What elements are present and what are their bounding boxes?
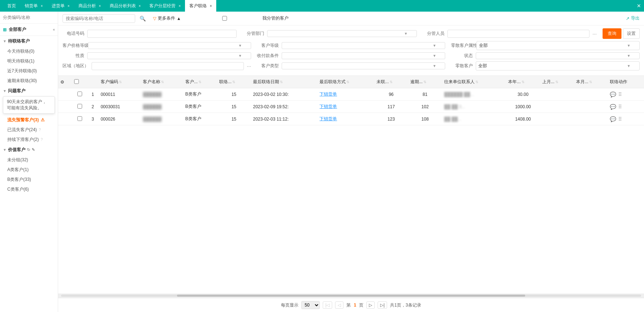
horizontal-scrollbar[interactable] — [58, 293, 644, 298]
contact-icon-2[interactable]: 💬 — [610, 116, 616, 122]
contact-icon-0[interactable]: 💬 — [610, 92, 616, 97]
phone-input[interactable] — [87, 30, 237, 38]
sidebar-item-7days[interactable]: 近7天待联络(0) — [0, 66, 58, 76]
th-settings[interactable]: ⚙ — [58, 76, 72, 88]
manager-input[interactable] — [447, 30, 590, 38]
last-method-link-0[interactable]: 下销货单 — [319, 92, 337, 97]
tab-product-list-close[interactable]: × — [139, 4, 141, 8]
last-page-btn[interactable]: ▷| — [378, 301, 387, 309]
cell-this-month-0 — [574, 88, 608, 101]
row-checkbox-0[interactable] — [77, 92, 82, 96]
sidebar-item-c-class[interactable]: C类客户(6) — [0, 185, 58, 194]
retail-attr-dropdown[interactable]: 全部 ▼ — [476, 41, 640, 50]
tab-customer-tier-close[interactable]: × — [178, 4, 181, 8]
cell-checkbox-0[interactable] — [72, 88, 87, 101]
search-icon-btn[interactable]: 🔍 — [140, 16, 146, 21]
tab-sales-close[interactable]: × — [41, 4, 43, 8]
refresh-icon[interactable]: ↻ — [27, 147, 30, 152]
th-code[interactable]: 客户编码 ⇅ — [98, 76, 141, 88]
th-this-month[interactable]: 本月... ⇅ — [574, 76, 608, 88]
query-btn[interactable]: 查询 — [603, 28, 621, 39]
sidebar-group-pending-title[interactable]: ▼ 待联络客户 — [0, 36, 58, 46]
sidebar-item-today[interactable]: 今天待联络(0) — [0, 46, 58, 56]
row-checkbox-2[interactable] — [77, 116, 82, 121]
tab-customer-tier[interactable]: 客户分层经营 × — [145, 0, 185, 12]
sidebar-item-declining[interactable]: 持续下滑客户(2) ? — [0, 135, 58, 145]
th-type[interactable]: 客户... ⇅ — [183, 76, 217, 88]
customer-type-dropdown[interactable]: ▼ — [282, 62, 446, 69]
sidebar-item-churn-warning[interactable]: 流失预警客户(3) ⚠ — [0, 115, 58, 125]
tab-product-list[interactable]: 商品分析列表 × — [105, 0, 145, 12]
th-last-method-label: 最后联络方式 — [319, 79, 346, 85]
filter-icon: ▽ — [153, 16, 156, 21]
next-page-btn[interactable]: ▷ — [366, 301, 375, 309]
my-customers-checkbox[interactable] — [188, 16, 261, 21]
tab-customer-contact[interactable]: 客户联络 × — [185, 0, 216, 12]
department-dropdown[interactable]: ▼ — [267, 30, 416, 37]
sidebar-group-value-label: 价值客户 — [8, 147, 25, 153]
search-input[interactable] — [63, 14, 135, 23]
more-conditions-btn[interactable]: ▽ 更多条件 ▲ — [150, 14, 184, 23]
per-page-select[interactable]: 50 100 — [301, 301, 320, 309]
th-name[interactable]: 客户名称 ⇅ — [141, 76, 183, 88]
first-page-btn[interactable]: |◁ — [323, 301, 332, 309]
th-checkbox[interactable] — [72, 76, 87, 88]
more-actions-icon-2[interactable]: ⠿ — [618, 116, 622, 122]
sidebar-item-ungrouped[interactable]: 未分组(32) — [0, 155, 58, 165]
field-manager: 分管人员 ··· — [423, 30, 597, 38]
more-actions-icon-0[interactable]: ⠿ — [618, 92, 622, 97]
sidebar-all-customers[interactable]: ⊞ 全部客户 « — [0, 24, 58, 36]
customer-level-dropdown[interactable]: ▼ — [282, 42, 446, 49]
tab-product-analysis[interactable]: 商品分析 × — [74, 0, 105, 12]
th-uncontacted[interactable]: 未联... ⇅ — [374, 76, 408, 88]
payment-dropdown[interactable]: ▼ — [282, 52, 446, 59]
tab-sales[interactable]: 销货单 × — [20, 0, 47, 12]
sidebar-collapse-icon[interactable]: « — [53, 28, 55, 32]
cell-checkbox-1[interactable] — [72, 101, 87, 113]
last-method-link-2[interactable]: 下销货单 — [319, 116, 337, 121]
region-more-btn[interactable]: ··· — [247, 63, 251, 69]
sidebar-item-a-class[interactable]: A类客户(1) — [0, 165, 58, 175]
sidebar-search-input[interactable] — [3, 15, 57, 20]
region-label: 区域（地区） — [63, 63, 89, 69]
settings-btn[interactable]: 设置 — [623, 28, 640, 39]
more-actions-icon-1[interactable]: ⠿ — [618, 104, 622, 110]
retail-customer-dropdown[interactable]: 全部 ▼ — [476, 61, 640, 70]
export-icon: ↗ — [626, 16, 629, 21]
tab-purchase[interactable]: 进货单 × — [47, 0, 74, 12]
th-last-method[interactable]: 最后联络方式 ⇅ — [317, 76, 374, 88]
sidebar-item-tomorrow[interactable]: 明天待联络(1) — [0, 56, 58, 66]
cell-uncontacted-1: 117 — [374, 101, 408, 113]
scrollbar-thumb[interactable] — [177, 295, 525, 297]
cell-checkbox-2[interactable] — [72, 113, 87, 125]
sidebar-item-b-class[interactable]: B类客户(33) — [0, 175, 58, 185]
sidebar-group-problem-title[interactable]: ▼ 问题客户 — [0, 86, 58, 96]
th-last-date[interactable]: 最后联络日期 ⇅ — [251, 76, 317, 88]
edit-icon[interactable]: ✎ — [32, 147, 35, 152]
sidebar-item-overdue[interactable]: 逾期未联络(30) — [0, 76, 58, 86]
prev-page-btn[interactable]: ◁ — [335, 301, 343, 309]
tab-purchase-close[interactable]: × — [68, 4, 70, 8]
my-customers-label[interactable]: 我分管的客户 — [188, 15, 289, 21]
region-input[interactable] — [92, 62, 244, 70]
contact-icon-1[interactable]: 💬 — [610, 104, 616, 110]
row-checkbox-1[interactable] — [77, 104, 82, 109]
last-method-link-1[interactable]: 下销货单 — [319, 104, 337, 109]
th-contact[interactable]: 联络... ⇅ — [217, 76, 251, 88]
th-last-month[interactable]: 上月... ⇅ — [540, 76, 574, 88]
export-btn[interactable]: ↗ 导出 — [626, 15, 640, 21]
gender-dropdown[interactable]: ▼ — [87, 52, 251, 59]
tab-product-analysis-close[interactable]: × — [99, 4, 101, 8]
price-level-dropdown[interactable]: ▼ — [88, 42, 251, 49]
th-overdue[interactable]: 逾期... ⇅ — [408, 76, 442, 88]
sidebar-group-value-title[interactable]: ▼ 价值客户 ↻ ✎ — [0, 145, 58, 155]
nav-close-icon[interactable]: ✕ — [637, 3, 641, 9]
sidebar-item-churned[interactable]: 已流失客户(24) ? — [0, 125, 58, 135]
select-all-checkbox[interactable] — [74, 79, 79, 84]
tab-customer-contact-close[interactable]: × — [210, 4, 212, 8]
tab-home[interactable]: 首页 — [3, 0, 20, 12]
th-unit-contact[interactable]: 往来单位联系人 ⇅ — [442, 76, 506, 88]
manager-more-btn[interactable]: ··· — [592, 31, 597, 37]
status-dropdown[interactable]: ▼ — [476, 52, 640, 59]
th-this-year[interactable]: 本年... ⇅ — [506, 76, 540, 88]
